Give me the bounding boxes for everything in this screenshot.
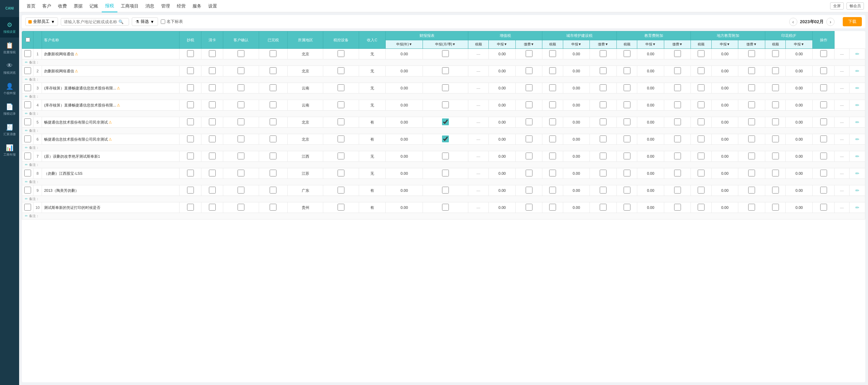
row-shuikong-checkbox[interactable] bbox=[338, 118, 344, 125]
row-querenren-checkbox[interactable] bbox=[238, 84, 244, 91]
row-difang-shenbao-checkbox[interactable] bbox=[748, 136, 755, 142]
row-querenren-checkbox[interactable] bbox=[238, 50, 244, 57]
row-qingka-checkbox[interactable] bbox=[209, 101, 216, 108]
nav-setting[interactable]: 设置 bbox=[205, 0, 220, 12]
nav-operation[interactable]: 经营 bbox=[173, 0, 189, 12]
row-caiwu-month-checkbox[interactable] bbox=[442, 118, 449, 125]
row-edit[interactable]: ✏ bbox=[850, 185, 865, 196]
row-edit[interactable]: ✏ bbox=[850, 49, 865, 59]
row-yinhua-shenbao-checkbox[interactable] bbox=[820, 187, 827, 194]
row-qingka-checkbox[interactable] bbox=[209, 136, 216, 142]
row-shuikong-checkbox[interactable] bbox=[338, 136, 344, 142]
row-querenren-checkbox[interactable] bbox=[238, 187, 244, 194]
edit-icon[interactable]: ✏ bbox=[855, 85, 859, 91]
row-chengshi-jiaofei-checkbox[interactable] bbox=[624, 170, 630, 176]
row-yiwanshui-checkbox[interactable] bbox=[270, 84, 276, 91]
row-checkbox[interactable] bbox=[24, 204, 31, 211]
row-difang-jiaofei-checkbox[interactable] bbox=[772, 67, 779, 74]
row-difang-shenbao-checkbox[interactable] bbox=[748, 187, 755, 194]
row-caiwu-month-checkbox[interactable] bbox=[442, 101, 449, 108]
edit-icon[interactable]: ✏ bbox=[855, 68, 859, 74]
row-yiwanshui-checkbox[interactable] bbox=[270, 153, 276, 159]
edit-icon[interactable]: ✏ bbox=[855, 102, 859, 108]
row-yinhua-shenbao-checkbox[interactable] bbox=[820, 67, 827, 74]
row-zengjian-shenbao-checkbox[interactable] bbox=[526, 153, 532, 159]
row-checkbox[interactable] bbox=[24, 153, 31, 159]
row-querenren-checkbox[interactable] bbox=[238, 204, 244, 211]
nav-service[interactable]: 服务 bbox=[189, 0, 205, 12]
row-caiwu-month-checkbox[interactable] bbox=[442, 170, 449, 176]
name-tag-checkbox[interactable] bbox=[161, 19, 165, 24]
row-yinhua-shenbao-checkbox[interactable] bbox=[820, 153, 827, 159]
row-zengjian-shenbao-checkbox[interactable] bbox=[526, 67, 532, 74]
row-chengshi-jiaofei-checkbox[interactable] bbox=[624, 136, 630, 142]
row-chengshi-shenbao-checkbox[interactable] bbox=[600, 101, 607, 108]
nav-bill[interactable]: 票据 bbox=[70, 0, 86, 12]
row-difang-shenbao-checkbox[interactable] bbox=[748, 204, 755, 211]
row-difang-shenbao-checkbox[interactable] bbox=[748, 50, 755, 57]
row-chengshi-shenbao-checkbox[interactable] bbox=[600, 84, 607, 91]
row-querenren-checkbox[interactable] bbox=[238, 118, 244, 125]
row-yinhua-shenbao-checkbox[interactable] bbox=[820, 101, 827, 108]
row-zengjian-jiaofei-checkbox[interactable] bbox=[549, 67, 556, 74]
row-jiaoyu-jiaofei-checkbox[interactable] bbox=[698, 204, 705, 211]
row-shuikong-checkbox[interactable] bbox=[338, 153, 344, 159]
row-difang-jiaofei-checkbox[interactable] bbox=[772, 170, 779, 176]
row-jiaoyu-shenbao-checkbox[interactable] bbox=[674, 153, 681, 159]
row-edit[interactable]: ✏ bbox=[850, 168, 865, 179]
row-difang-shenbao-checkbox[interactable] bbox=[748, 153, 755, 159]
row-yiwanshui-checkbox[interactable] bbox=[270, 50, 276, 57]
row-caiwu-month-checkbox[interactable] bbox=[442, 50, 449, 57]
row-jiaoyu-jiaofei-checkbox[interactable] bbox=[698, 50, 705, 57]
row-chengshi-jiaofei-checkbox[interactable] bbox=[624, 84, 630, 91]
row-qingka-checkbox[interactable] bbox=[209, 50, 216, 57]
row-shuikong-checkbox[interactable] bbox=[338, 101, 344, 108]
edit-icon[interactable]: ✏ bbox=[855, 51, 859, 57]
row-jiaoyu-jiaofei-checkbox[interactable] bbox=[698, 118, 705, 125]
row-chengshi-jiaofei-checkbox[interactable] bbox=[624, 67, 630, 74]
row-edit[interactable]: ✏ bbox=[850, 83, 865, 94]
row-querenren-checkbox[interactable] bbox=[238, 67, 244, 74]
nav-homepage[interactable]: 首页 bbox=[23, 0, 39, 12]
sidebar-item-baoshuishezhi[interactable]: ⚙ 报税设置 bbox=[0, 17, 19, 38]
row-chengshi-shenbao-checkbox[interactable] bbox=[600, 187, 607, 194]
edit-icon[interactable]: ✏ bbox=[855, 137, 859, 142]
row-yiwanshui-checkbox[interactable] bbox=[270, 204, 276, 211]
edit-icon[interactable]: ✏ bbox=[855, 188, 859, 193]
row-chengshi-shenbao-checkbox[interactable] bbox=[600, 153, 607, 159]
row-jiaoyu-jiaofei-checkbox[interactable] bbox=[698, 101, 705, 108]
row-yinhua-shenbao-checkbox[interactable] bbox=[820, 136, 827, 142]
row-jiaoyu-jiaofei-checkbox[interactable] bbox=[698, 136, 705, 142]
row-difang-jiaofei-checkbox[interactable] bbox=[772, 204, 779, 211]
row-yiwanshui-checkbox[interactable] bbox=[270, 136, 276, 142]
row-chaoshui-checkbox[interactable] bbox=[187, 50, 194, 57]
row-chengshi-jiaofei-checkbox[interactable] bbox=[624, 50, 630, 57]
row-jiaoyu-shenbao-checkbox[interactable] bbox=[674, 67, 681, 74]
row-chaoshui-checkbox[interactable] bbox=[187, 67, 194, 74]
row-shuikong-checkbox[interactable] bbox=[338, 204, 344, 211]
row-chengshi-jiaofei-checkbox[interactable] bbox=[624, 204, 630, 211]
row-jiaoyu-shenbao-checkbox[interactable] bbox=[674, 204, 681, 211]
row-checkbox[interactable] bbox=[24, 170, 31, 176]
download-button[interactable]: 下载 bbox=[843, 17, 862, 26]
row-shuikong-checkbox[interactable] bbox=[338, 84, 344, 91]
row-zengjian-jiaofei-checkbox[interactable] bbox=[549, 170, 556, 176]
row-chengshi-jiaofei-checkbox[interactable] bbox=[624, 153, 630, 159]
row-difang-shenbao-checkbox[interactable] bbox=[748, 101, 755, 108]
row-difang-jiaofei-checkbox[interactable] bbox=[772, 50, 779, 57]
row-chaoshui-checkbox[interactable] bbox=[187, 84, 194, 91]
employee-filter[interactable]: 全部员工 ▼ bbox=[25, 17, 58, 26]
row-jiaoyu-jiaofei-checkbox[interactable] bbox=[698, 187, 705, 194]
row-chengshi-shenbao-checkbox[interactable] bbox=[600, 204, 607, 211]
row-jiaoyu-jiaofei-checkbox[interactable] bbox=[698, 153, 705, 159]
row-difang-jiaofei-checkbox[interactable] bbox=[772, 187, 779, 194]
sidebar-item-geshui[interactable]: 👤 个税申报 bbox=[0, 79, 19, 99]
row-zengjian-jiaofei-checkbox[interactable] bbox=[549, 101, 556, 108]
row-chengshi-jiaofei-checkbox[interactable] bbox=[624, 187, 630, 194]
row-zengjian-shenbao-checkbox[interactable] bbox=[526, 50, 532, 57]
filter-button[interactable]: ⚗ 筛选 ▼ bbox=[132, 17, 158, 26]
sidebar-item-baoshuilanlan[interactable]: 👁 报税浏览 bbox=[0, 58, 19, 79]
row-zengjian-shenbao-checkbox[interactable] bbox=[526, 136, 532, 142]
row-chengshi-shenbao-checkbox[interactable] bbox=[600, 118, 607, 125]
row-zengjian-jiaofei-checkbox[interactable] bbox=[549, 50, 556, 57]
